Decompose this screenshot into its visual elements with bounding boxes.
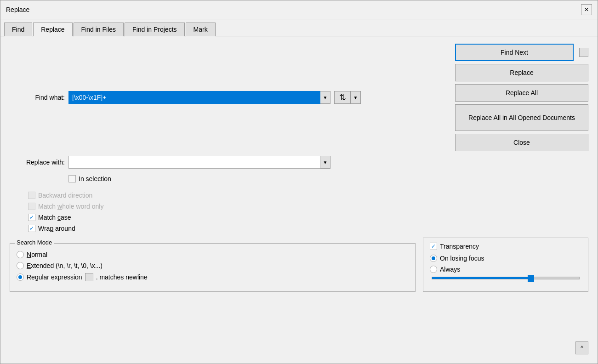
always-label: Always xyxy=(440,266,460,273)
search-mode-box: Search Mode Normal Extended (\n, \r, \t,… xyxy=(10,243,416,292)
replace-dialog: Replace ✕ Find Replace Find in Files Fin… xyxy=(0,0,598,364)
replace-all-button[interactable]: Replace All xyxy=(455,84,588,102)
on-losing-focus-row: On losing focus xyxy=(430,255,581,262)
close-title-btn[interactable]: ✕ xyxy=(581,4,592,15)
wrap-around-checkbox[interactable] xyxy=(28,225,35,232)
replace-all-opened-button[interactable]: Replace All in All Opened Documents xyxy=(455,104,588,131)
match-case-checkbox[interactable] xyxy=(28,214,35,221)
wrap-around-row: Wrap around xyxy=(28,225,588,232)
transparency-slider-fill xyxy=(432,277,532,279)
regex-radio[interactable] xyxy=(17,273,24,281)
newline-checkbox[interactable] xyxy=(85,273,93,281)
bottom-panels: Search Mode Normal Extended (\n, \r, \t,… xyxy=(10,238,588,292)
tab-replace[interactable]: Replace xyxy=(33,23,72,36)
dialog-body: Find what: ▼ ⇅ ▼ Find Next Replace Repla… xyxy=(0,36,598,364)
extended-radio-row: Extended (\n, \r, \t, \0, \x...) xyxy=(17,262,409,269)
find-what-dropdown[interactable]: ▼ xyxy=(320,91,330,104)
extended-radio[interactable] xyxy=(17,262,24,269)
normal-radio-row: Normal xyxy=(17,251,409,258)
replace-with-row: Replace with: ▼ xyxy=(10,156,588,169)
normal-label: Normal xyxy=(27,251,47,258)
transparency-slider-track xyxy=(432,277,580,279)
title-bar: Replace ✕ xyxy=(0,0,598,19)
find-next-checkbox[interactable] xyxy=(579,48,588,57)
find-what-row: Find what: ▼ ⇅ ▼ Find Next Replace Repla… xyxy=(10,44,588,151)
transparency-slider-thumb[interactable] xyxy=(528,275,534,282)
wrap-around-label: Wrap around xyxy=(38,225,75,232)
always-row: Always xyxy=(430,266,581,273)
tab-find-in-projects[interactable]: Find in Projects xyxy=(125,23,184,36)
replace-with-input[interactable] xyxy=(68,156,320,169)
replace-button[interactable]: Replace xyxy=(455,64,588,81)
match-whole-word-row: Match whole word only xyxy=(28,203,588,210)
match-whole-word-checkbox[interactable] xyxy=(28,203,35,210)
match-whole-word-label: Match whole word only xyxy=(38,203,103,210)
find-what-input-group: ▼ xyxy=(68,91,330,104)
normal-radio[interactable] xyxy=(17,251,24,258)
dialog-close-button[interactable]: Close xyxy=(455,134,588,151)
search-mode-panel: Search Mode Normal Extended (\n, \r, \t,… xyxy=(10,238,416,292)
backward-direction-label: Backward direction xyxy=(38,192,92,199)
backward-direction-checkbox[interactable] xyxy=(28,192,35,199)
tab-bar: Find Replace Find in Files Find in Proje… xyxy=(0,19,598,36)
find-what-input[interactable] xyxy=(68,91,320,104)
match-case-row: Match case xyxy=(28,214,588,221)
regex-radio-row: Regular expression . matches newline xyxy=(17,273,409,281)
backward-direction-row: Backward direction xyxy=(28,192,588,199)
always-radio[interactable] xyxy=(430,266,437,273)
tab-mark[interactable]: Mark xyxy=(186,23,216,36)
swap-button[interactable]: ⇅ xyxy=(334,91,351,104)
in-selection-area: In selection xyxy=(68,175,588,182)
options-section: Backward direction Match whole word only… xyxy=(10,192,588,232)
swap-dropdown[interactable]: ▼ xyxy=(351,91,361,104)
regex-label: Regular expression xyxy=(27,273,82,281)
scroll-up-button[interactable]: ^ xyxy=(575,341,588,354)
transparency-checkbox[interactable] xyxy=(430,243,437,250)
replace-with-input-group: ▼ xyxy=(68,156,330,169)
find-what-label: Find what: xyxy=(10,94,65,101)
transparency-header: Transparency xyxy=(430,243,581,250)
search-mode-legend: Search Mode xyxy=(15,239,54,246)
tab-find[interactable]: Find xyxy=(4,23,32,36)
on-losing-focus-radio[interactable] xyxy=(430,255,437,262)
replace-with-dropdown[interactable]: ▼ xyxy=(320,156,330,169)
transparency-panel: Transparency On losing focus Always xyxy=(423,238,588,292)
swap-btn-group: ⇅ ▼ xyxy=(334,91,361,104)
transparency-label: Transparency xyxy=(440,243,479,250)
match-case-label: Match case xyxy=(38,214,71,221)
transparency-slider-container xyxy=(430,277,581,279)
in-selection-checkbox[interactable] xyxy=(68,175,76,182)
replace-with-label: Replace with: xyxy=(10,159,65,166)
extended-label: Extended (\n, \r, \t, \0, \x...) xyxy=(27,262,103,269)
in-selection-label: In selection xyxy=(79,175,111,182)
newline-label: . matches newline xyxy=(96,273,148,281)
tab-find-in-files[interactable]: Find in Files xyxy=(74,23,124,36)
find-next-button[interactable]: Find Next xyxy=(455,44,574,61)
dialog-title: Replace xyxy=(6,6,29,13)
on-losing-focus-label: On losing focus xyxy=(440,255,484,262)
